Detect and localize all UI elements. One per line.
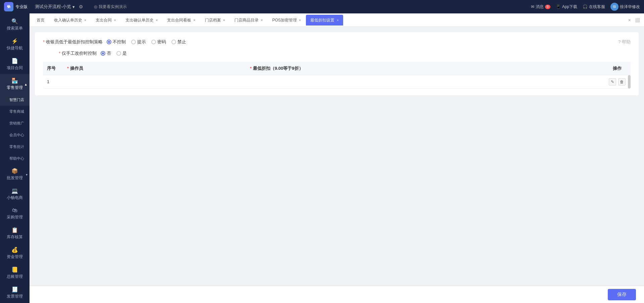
discount-policy-label: * 收银员低于最低折扣控制策略 <box>43 39 103 45</box>
sidebar-item-invoice[interactable]: 🧾 发票管理 <box>0 283 30 303</box>
messages-button[interactable]: ✉ 消息 9 <box>531 4 550 10</box>
tab-payment-board-close[interactable]: × <box>193 18 195 22</box>
sidebar-item-retail-stats[interactable]: 零售统计 <box>0 141 30 153</box>
sidebar-label-batch: 批发管理 <box>7 175 23 181</box>
sidebar-item-member[interactable]: 会员中心 <box>0 129 30 141</box>
discount-policy-radio-group: 不控制 提示 密码 禁止 <box>107 39 186 45</box>
project-selector[interactable]: 测试分开流程-小览 ▾ <box>35 4 75 10</box>
sidebar-item-retail[interactable]: 🏪 零售管理 ▲ <box>0 74 30 94</box>
demo-link[interactable]: ◎ 我要看实例演示 <box>94 4 127 10</box>
sidebar-item-accounting[interactable]: 📒 总账管理 <box>0 263 30 283</box>
user-menu[interactable]: 徐 徐泽华修改 <box>610 3 640 11</box>
tab-income-history-close[interactable]: × <box>84 18 86 22</box>
settings-icon[interactable]: ⚙ <box>79 4 83 9</box>
radio-manual-no[interactable]: 否 <box>101 50 111 56</box>
tab-min-discount-close[interactable]: × <box>336 18 338 22</box>
manual-control-radio-group: 否 是 <box>101 50 127 56</box>
radio-no-control[interactable]: 不控制 <box>107 39 126 45</box>
radio-password-label: 密码 <box>157 39 166 45</box>
th-action: 操作 <box>604 65 631 71</box>
sidebar-label-smart-store: 智慧门店 <box>9 97 24 102</box>
sidebar-item-smart-store[interactable]: 智慧门店 <box>0 94 30 106</box>
sidebar-item-marketing[interactable]: 营销推广 <box>0 117 30 129</box>
th-operator: * 操作员 <box>63 65 246 71</box>
th-seq: 序号 <box>43 65 63 71</box>
tab-home-label: 首页 <box>37 17 45 23</box>
tab-payment-contract[interactable]: 支出合同 × <box>91 15 120 26</box>
sidebar-item-project[interactable]: 📄 项目合同 <box>0 54 30 74</box>
tab-payment-confirm-history-close[interactable]: × <box>156 18 158 22</box>
invoice-icon: 🧾 <box>11 286 18 293</box>
required-star-2: * <box>59 51 60 56</box>
tab-store-catalog-close[interactable]: × <box>261 18 263 22</box>
tab-store-catalog-label: 门店商品目录 <box>234 17 259 23</box>
avatar: 徐 <box>610 3 619 11</box>
help-button[interactable]: ? 帮助 <box>618 39 631 45</box>
tab-payment-contract-close[interactable]: × <box>114 18 116 22</box>
manual-control-row: * 仅手工改价时控制 否 是 <box>43 50 631 56</box>
chevron-down-icon: ▾ <box>72 4 75 9</box>
radio-remind[interactable]: 提示 <box>131 39 146 45</box>
th-discount: * 最低折扣（9.00等于9折） <box>246 65 604 71</box>
messages-label: 消息 <box>536 4 544 10</box>
td-action-1: ✎ 🗑 <box>604 78 631 86</box>
bottom-bar: 保存 <box>30 286 644 303</box>
tab-min-discount[interactable]: 最低折扣设置 × <box>306 15 343 26</box>
discount-table: 序号 * 操作员 * 最低折扣（9.00等于9折） 操作 1 <box>43 62 631 89</box>
scrollbar-thumb <box>628 75 631 89</box>
online-service-label: 在线客服 <box>589 4 605 10</box>
user-name: 徐泽华修改 <box>620 4 640 10</box>
tab-payment-confirm-history[interactable]: 支出确认单历史 × <box>121 15 162 26</box>
app-download-label: App下载 <box>562 4 577 10</box>
table-header: 序号 * 操作员 * 最低折扣（9.00等于9折） 操作 <box>43 62 631 75</box>
message-icon: ✉ <box>531 4 534 9</box>
purchase-icon: 🛍 <box>12 207 17 213</box>
tab-store-catalog[interactable]: 门店商品目录 × <box>230 15 267 26</box>
sidebar-label-retail: 零售管理 <box>7 85 23 91</box>
accounting-icon: 📒 <box>11 266 18 273</box>
table-scrollbar[interactable] <box>628 75 631 89</box>
online-service-button[interactable]: 🎧 在线客服 <box>583 4 605 10</box>
sidebar-item-retail-mall[interactable]: 零售商城 <box>0 106 30 117</box>
logo-text: 专业版 <box>15 4 28 10</box>
tab-income-history[interactable]: 收入确认单历史 × <box>50 15 91 26</box>
sidebar-label-marketing: 营销推广 <box>9 121 24 126</box>
circle-icon: ◎ <box>94 4 97 9</box>
radio-manual-yes[interactable]: 是 <box>116 50 127 56</box>
tab-payment-confirm-history-label: 支出确认单历史 <box>125 17 154 23</box>
td-seq-1: 1 <box>43 79 63 84</box>
tab-home[interactable]: 首页 <box>32 15 49 26</box>
sidebar-item-search[interactable]: 🔍 搜索菜单 <box>0 15 30 35</box>
radio-forbid[interactable]: 禁止 <box>171 39 186 45</box>
tab-pos-password[interactable]: POS加密管理 × <box>268 15 306 26</box>
tab-store-files[interactable]: 门店档案 × <box>201 15 229 26</box>
sidebar-item-purchase[interactable]: 🛍 采购管理 <box>0 204 30 223</box>
app-download-button[interactable]: 📱 App下载 <box>556 4 577 10</box>
tab-pos-password-close[interactable]: × <box>299 18 301 22</box>
delete-button-1[interactable]: 🗑 <box>618 78 626 86</box>
sidebar-item-batch[interactable]: 📦 批发管理 ▾ <box>0 164 30 184</box>
sidebar-label-help: 帮助中心 <box>9 156 24 161</box>
sidebar-item-shortcut[interactable]: ⚡ 快捷导航 <box>0 35 30 54</box>
tab-income-history-label: 收入确认单历史 <box>54 17 82 23</box>
close-tab-icon[interactable]: × <box>627 17 632 23</box>
logo-icon: 畅 <box>4 2 13 11</box>
table-scroll-area: 1 ✎ 🗑 <box>43 75 631 89</box>
main-layout: 🔍 搜索菜单 ⚡ 快捷导航 📄 项目合同 🏪 零售管理 ▲ 智慧门店 零售商城 … <box>0 13 644 303</box>
headset-icon: 🎧 <box>583 4 588 9</box>
sidebar-item-inventory[interactable]: 📋 库存核算 <box>0 223 30 243</box>
tab-payment-board[interactable]: 支出合同看板 × <box>163 15 200 26</box>
sidebar-label-accounting: 总账管理 <box>7 274 23 280</box>
required-star: * <box>43 39 45 44</box>
edit-button-1[interactable]: ✎ <box>609 78 616 86</box>
radio-remind-label: 提示 <box>137 39 146 45</box>
sidebar-item-ecommerce[interactable]: 💻 小畅电商 <box>0 184 30 204</box>
save-button[interactable]: 保存 <box>608 289 636 300</box>
radio-password[interactable]: 密码 <box>151 39 166 45</box>
discount-policy-row: * 收银员低于最低折扣控制策略 不控制 提示 <box>43 39 631 45</box>
maximize-icon[interactable]: ⬜ <box>634 18 641 22</box>
sidebar-item-help[interactable]: 帮助中心 <box>0 153 30 164</box>
tab-store-files-close[interactable]: × <box>223 18 225 22</box>
sidebar-item-finance[interactable]: 💰 资金管理 <box>0 243 30 263</box>
sidebar: 🔍 搜索菜单 ⚡ 快捷导航 📄 项目合同 🏪 零售管理 ▲ 智慧门店 零售商城 … <box>0 13 30 303</box>
